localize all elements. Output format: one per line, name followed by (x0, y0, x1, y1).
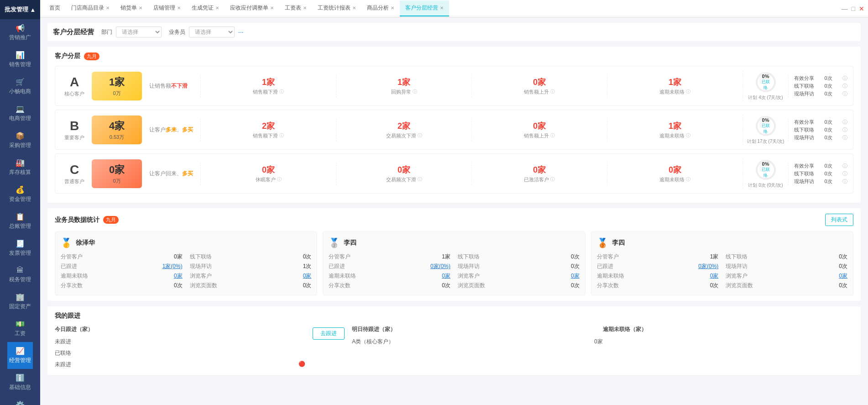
tab-label: 工资表 (285, 4, 301, 12)
tab-商品分析[interactable]: 商品分析✕ (361, 0, 400, 16)
right-stat-info-icon[interactable]: ⓘ (842, 75, 847, 82)
info-icon[interactable]: ⓘ (413, 89, 417, 95)
sp-stats: 分管客户 1家 线下联络 0次 已跟进 0家(0%) 现场拜访 0次 逾期未联络… (597, 253, 847, 289)
sp-stat-label: 分享次数 (329, 282, 350, 289)
tab-close-icon[interactable]: ✕ (352, 5, 356, 11)
right-stat-item: 现场拜访 0次 ⓘ (794, 90, 847, 97)
sp-stat-val[interactable]: 0家(0%) (698, 263, 718, 270)
right-stat-val: 0次 (824, 134, 832, 141)
sidebar-item-固定资产[interactable]: 🏢固定资产 (7, 288, 33, 315)
sidebar-item-工资[interactable]: 💵工资 (7, 315, 33, 342)
sp-stat-val[interactable]: 0家 (710, 272, 719, 280)
tab-close-icon[interactable]: ✕ (303, 5, 307, 11)
right-stat-info-icon[interactable]: ⓘ (842, 90, 847, 97)
sidebar-item-资金管理[interactable]: 💰资金管理 (7, 181, 33, 208)
sp-stat-row: 已跟进 0家(0%) (597, 263, 719, 270)
tab-close-icon[interactable]: ✕ (440, 5, 444, 11)
stat-label: 交易频次下滑 ⓘ (386, 132, 422, 139)
info-icon[interactable]: ⓘ (279, 89, 284, 95)
sidebar-expand-icon[interactable]: ▲ (30, 6, 36, 13)
sp-stat-val[interactable]: 0家 (571, 272, 580, 280)
right-stat-item: 有效分享 0次 ⓘ (794, 119, 847, 126)
tab-销货单[interactable]: 销货单✕ (115, 0, 148, 16)
tier-rows-container: A 核心客户 1家 0万 让销售额不下滑 1家 销售额下滑 ⓘ 1家 回购异常 … (55, 66, 853, 194)
customer-month-badge: 九月 (84, 53, 99, 60)
tab-首页[interactable]: 首页 (44, 0, 66, 16)
sp-stat-val[interactable]: 0家 (442, 272, 450, 280)
tier-count-amount: 0.53万 (110, 134, 124, 141)
sp-stat-val[interactable]: 1家(0%) (162, 263, 183, 270)
sidebar-item-总账管理[interactable]: 📋总账管理 (7, 208, 33, 235)
sidebar-item-税务管理[interactable]: 🏛税务管理 (7, 262, 33, 288)
window-maximize-icon[interactable]: □ (852, 5, 855, 12)
sp-stat-row: 现场拜访 1次 (190, 263, 312, 270)
list-view-button[interactable]: 列表式 (825, 214, 853, 226)
right-stat-info-icon[interactable]: ⓘ (842, 119, 847, 126)
tab-工资统计报表[interactable]: 工资统计报表✕ (312, 0, 361, 16)
tabs-container: 首页门店商品目录✕销货单✕店铺管理✕生成凭证✕应收应付调整单✕工资表✕工资统计报… (44, 0, 449, 16)
sidebar-item-采购管理[interactable]: 📦采购管理 (7, 127, 33, 154)
salesperson-card-徐泽华: 🥇 徐泽华 分管客户 0家 线下联络 0次 已跟进 1家(0%) 现场拜访 1次 (55, 231, 317, 295)
tomorrow-followup-col: 明日待跟进（家） A类（核心客户） 0家 (352, 326, 602, 369)
right-stat-info-icon[interactable]: ⓘ (842, 126, 847, 133)
tab-close-icon[interactable]: ✕ (270, 5, 274, 11)
tab-应收应付调整单[interactable]: 应收应付调整单✕ (225, 0, 279, 16)
sidebar-item-营销推广[interactable]: 📢营销推广 (7, 19, 33, 46)
sp-stat-val[interactable]: 0家 (303, 272, 312, 280)
today-rows: 未跟进 已联络 未跟进 🔴 (55, 337, 305, 369)
window-minimize-icon[interactable]: — (842, 5, 848, 12)
info-icon[interactable]: ⓘ (550, 89, 555, 95)
info-icon[interactable]: ⓘ (279, 132, 284, 139)
sidebar-item-经营管理[interactable]: 📈经营管理 (7, 342, 33, 369)
sp-stat-val: 0次 (839, 282, 847, 289)
go-followup-button[interactable]: 去跟进 (313, 327, 345, 340)
sidebar-item-库存核算[interactable]: 🏭库存核算 (7, 154, 33, 181)
sidebar-item-label: 经营管理 (9, 357, 31, 364)
sidebar-item-基础信息[interactable]: ℹ️基础信息 (7, 369, 33, 396)
tab-close-icon[interactable]: ✕ (215, 5, 219, 11)
info-icon[interactable]: ⓘ (686, 89, 690, 95)
sidebar-item-发票管理[interactable]: 🧾发票管理 (7, 235, 33, 262)
sidebar-item-电商管理[interactable]: 💻电商管理 (7, 100, 33, 127)
tab-生成凭证[interactable]: 生成凭证✕ (186, 0, 225, 16)
info-icon[interactable]: ⓘ (418, 176, 422, 183)
sp-stat-val[interactable]: 0家(0%) (430, 263, 450, 270)
sidebar-item-小畅电商[interactable]: 🛒小畅电商 (7, 73, 33, 100)
sp-stat-row: 逾期未联络 0家 (597, 272, 719, 280)
dept-filter: 部门 请选择 (101, 26, 162, 37)
info-icon[interactable]: ⓘ (686, 132, 690, 139)
right-stat-info-icon[interactable]: ⓘ (842, 178, 847, 185)
tab-客户分层经营[interactable]: 客户分层经营✕ (400, 0, 449, 16)
tab-店铺管理[interactable]: 店铺管理✕ (148, 0, 186, 16)
tab-close-icon[interactable]: ✕ (391, 5, 394, 11)
sp-name: 李四 (344, 239, 356, 247)
tab-close-icon[interactable]: ✕ (177, 5, 181, 11)
tab-close-icon[interactable]: ✕ (106, 5, 110, 11)
sp-stat-val: 0次 (571, 263, 580, 270)
right-stat-item: 有效分享 0次 ⓘ (794, 75, 847, 82)
info-icon[interactable]: ⓘ (418, 132, 422, 139)
right-stat-info-icon[interactable]: ⓘ (842, 163, 847, 169)
stat-label: 销售额上升 ⓘ (524, 89, 555, 95)
info-icon[interactable]: ⓘ (550, 132, 555, 139)
info-icon[interactable]: ⓘ (277, 176, 282, 183)
tab-门店商品目录[interactable]: 门店商品目录✕ (66, 0, 115, 16)
sidebar-item-系统管理[interactable]: ⚙️系统管理 (7, 396, 33, 405)
right-stat-info-icon[interactable]: ⓘ (842, 83, 847, 89)
right-stat-info-icon[interactable]: ⓘ (842, 134, 847, 141)
tab-工资表[interactable]: 工资表✕ (279, 0, 312, 16)
tier-suggest: 让客户多来、多买 (146, 126, 200, 134)
sidebar-item-销售管理[interactable]: 📊销售管理 (7, 46, 33, 73)
right-stat-label: 线下联络 (794, 83, 814, 89)
sales-select[interactable]: 请选择 (189, 26, 235, 37)
more-icon[interactable]: ··· (238, 28, 244, 36)
sp-stat-val[interactable]: 0家 (174, 272, 183, 280)
dept-select[interactable]: 请选择 (116, 26, 162, 37)
stat-label: 交易频次下滑 ⓘ (386, 176, 422, 183)
window-close-icon[interactable]: ✕ (859, 5, 864, 12)
info-icon[interactable]: ⓘ (686, 176, 690, 183)
sp-stat-val[interactable]: 0家 (839, 272, 847, 280)
tab-close-icon[interactable]: ✕ (139, 5, 142, 11)
info-icon[interactable]: ⓘ (550, 176, 555, 183)
right-stat-info-icon[interactable]: ⓘ (842, 170, 847, 177)
